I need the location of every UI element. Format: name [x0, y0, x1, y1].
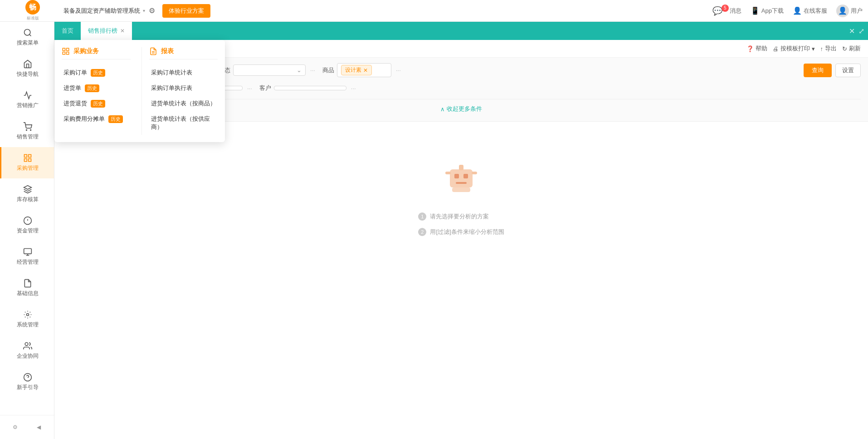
- customer-label: 客户: [259, 84, 271, 92]
- sidebar-label-guide: 新手引导: [17, 384, 39, 391]
- sidebar-item-finance[interactable]: 资金管理: [0, 210, 54, 241]
- customer-filter: 客户 ···: [259, 84, 356, 92]
- sidebar-label-marketing: 营销推广: [17, 102, 39, 109]
- svg-rect-28: [67, 52, 69, 54]
- goods-tag: 设计素 ✕: [341, 65, 372, 75]
- purchase-col-label: 采购业务: [73, 47, 99, 55]
- empty-num-1: 1: [418, 212, 426, 221]
- message-btn[interactable]: 💬 5 消息: [712, 6, 741, 16]
- sidebar-item-operation[interactable]: 经营管理: [0, 241, 54, 272]
- refresh-btn[interactable]: ↻ 刷新: [842, 44, 861, 53]
- svg-line-1: [29, 35, 31, 36]
- purchase-order-label: 采购订单: [63, 69, 87, 77]
- message-label: 消息: [730, 7, 741, 15]
- svg-rect-22: [459, 165, 463, 170]
- sidebar-item-guide[interactable]: 新手引导: [0, 366, 54, 398]
- incoming-stats-goods-label: 进货单统计表（按商品）: [151, 99, 216, 108]
- sidebar-collapse-btn[interactable]: ◀: [29, 421, 49, 434]
- topbar-title: 装备及固定资产辅助管理系统 ▾: [63, 7, 145, 15]
- svg-rect-24: [472, 172, 477, 174]
- goods-label: 商品: [322, 66, 334, 74]
- empty-state: 1 请先选择要分析的方案 2 用[过滤]条件来缩小分析范围: [54, 122, 868, 274]
- tab-home[interactable]: 首页: [54, 22, 81, 40]
- sidebar-item-basic[interactable]: 基础信息: [0, 272, 54, 304]
- dropdown-purchase-order[interactable]: 采购订单 历史: [62, 65, 131, 80]
- customer-dots: ···: [351, 85, 356, 92]
- avatar: 👤: [836, 5, 849, 17]
- goods-dots: ···: [396, 67, 401, 74]
- goods-control[interactable]: 设计素 ✕: [337, 63, 391, 77]
- dropdown-expense[interactable]: 采购费用分摊单 历史: [62, 111, 131, 127]
- svg-rect-18: [450, 169, 473, 187]
- svg-rect-26: [63, 48, 65, 50]
- dropdown-return[interactable]: 进货退货 历史: [62, 96, 131, 111]
- report-col-title: 报表: [149, 47, 218, 59]
- title-arrow-icon[interactable]: ▾: [143, 8, 145, 13]
- svg-rect-27: [67, 48, 69, 50]
- industry-btn[interactable]: 体验行业方案: [162, 4, 210, 18]
- query-btn[interactable]: 查询: [804, 64, 832, 77]
- export-btn[interactable]: ↑ 导出: [820, 44, 837, 53]
- tab-bar: 首页 销售排行榜 ✕ ✕ ⤢: [54, 22, 868, 40]
- customer-control[interactable]: [274, 86, 346, 90]
- dropdown-incoming-stats-supplier[interactable]: 进货单统计表（按供应商）: [149, 111, 218, 135]
- print-label: 按模板打印: [780, 44, 810, 53]
- app-download-label: App下载: [761, 7, 784, 15]
- tab-close-all-icon[interactable]: ✕: [849, 27, 855, 35]
- tab-sales-ranking[interactable]: 销售排行榜 ✕: [81, 22, 132, 40]
- sidebar-label-quick: 快捷导航: [17, 70, 39, 78]
- dropdown-po-stats[interactable]: 采购订单统计表: [149, 65, 218, 80]
- topbar: 畅 标准版 装备及固定资产辅助管理系统 ▾ ⚙ 体验行业方案 💬 5 消息 📱 …: [0, 0, 868, 22]
- print-btn[interactable]: 🖨 按模板打印 ▾: [773, 44, 815, 53]
- sidebar-label-basic: 基础信息: [17, 290, 39, 297]
- salesperson-dots: ···: [247, 85, 252, 92]
- sidebar-item-inventory[interactable]: 库存核算: [0, 178, 54, 210]
- purchase-col-title: 采购业务: [62, 47, 131, 59]
- svg-point-2: [26, 130, 27, 131]
- online-service-btn[interactable]: 👤 在线客服: [793, 6, 827, 15]
- collapse-label: 收起更多条件: [447, 105, 482, 113]
- settings-icon[interactable]: ⚙: [149, 6, 155, 15]
- dropdown-incoming-stats-goods[interactable]: 进货单统计表（按商品）: [149, 96, 218, 111]
- tab-home-label: 首页: [62, 27, 73, 35]
- sidebar-item-sales[interactable]: 销售管理: [0, 116, 54, 147]
- help-btn[interactable]: ❓ 帮助: [746, 44, 767, 53]
- sidebar-settings-btn[interactable]: ⚙: [5, 421, 25, 434]
- svg-rect-11: [24, 249, 32, 254]
- sidebar-item-purchase[interactable]: 采购管理: [0, 147, 54, 178]
- sidebar-item-search[interactable]: 搜索菜单: [0, 22, 54, 53]
- sidebar-label-finance: 资金管理: [17, 227, 39, 235]
- sidebar-label-search: 搜索菜单: [17, 39, 39, 47]
- report-col: 报表 采购订单统计表 采购订单执行表 进货单统计表（按商品） 进货单统计表（按供…: [141, 47, 218, 135]
- report-col-label: 报表: [161, 47, 174, 55]
- svg-point-14: [27, 314, 29, 316]
- logo-icon: 畅: [25, 0, 40, 15]
- sidebar: 搜索菜单 快捷导航 营销推广 销售管理 采购管理 库存核算 资金管理 经营管理: [0, 22, 54, 439]
- hist-badge-3: 历史: [91, 100, 105, 108]
- sidebar-item-enterprise[interactable]: 企业协同: [0, 335, 54, 366]
- svg-rect-19: [454, 174, 459, 178]
- expense-label: 采购费用分摊单: [63, 115, 105, 123]
- svg-rect-29: [63, 52, 65, 54]
- logo-area: 畅 标准版: [5, 0, 60, 21]
- dropdown-po-exec[interactable]: 采购订单执行表: [149, 80, 218, 96]
- user-btn[interactable]: 👤 用户: [836, 5, 863, 17]
- settings-action-btn[interactable]: 设置: [835, 64, 861, 77]
- sidebar-item-quick[interactable]: 快捷导航: [0, 53, 54, 84]
- tab-close-icon[interactable]: ✕: [120, 28, 125, 34]
- topbar-right: 💬 5 消息 📱 App下载 👤 在线客服 👤 用户: [712, 5, 863, 17]
- sidebar-item-marketing[interactable]: 营销推广: [0, 84, 54, 116]
- app-download-btn[interactable]: 📱 App下载: [751, 6, 784, 15]
- svg-rect-7: [24, 159, 27, 162]
- sidebar-label-inventory: 库存核算: [17, 196, 39, 203]
- goods-tag-close[interactable]: ✕: [363, 67, 368, 74]
- tab-expand-icon[interactable]: ⤢: [858, 27, 864, 35]
- dropdown-incoming[interactable]: 进货单 历史: [62, 80, 131, 96]
- message-badge: 5: [722, 5, 729, 12]
- sidebar-item-system[interactable]: 系统管理: [0, 304, 54, 335]
- export-label: 导出: [825, 44, 837, 53]
- status-control[interactable]: ⌄: [233, 64, 306, 76]
- svg-point-0: [24, 30, 30, 35]
- tab-bar-right: ✕ ⤢: [849, 27, 868, 35]
- svg-rect-4: [24, 155, 27, 158]
